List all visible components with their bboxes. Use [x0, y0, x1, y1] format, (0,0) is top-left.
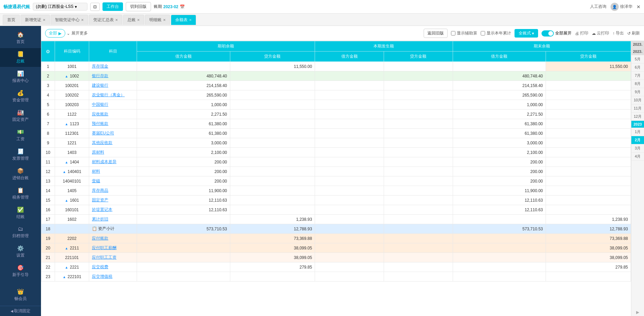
row-subject[interactable]: 银行存款 [89, 71, 137, 81]
expand-icon[interactable]: ▲ [65, 246, 69, 250]
refresh-btn[interactable]: ↺ 刷新 [627, 30, 640, 36]
workbench-button[interactable]: 工作台 [102, 2, 123, 11]
tab-ledger[interactable]: 总账 ✕ [123, 15, 144, 25]
show-auxiliary-check[interactable]: 显示辅助算 [451, 30, 477, 36]
row-subject[interactable]: 库存商品 [89, 186, 137, 196]
expand-more-btn[interactable]: ⌄ 展开更多 [67, 30, 88, 36]
show-ytd-check[interactable]: 显示本年累计 [481, 30, 511, 36]
sidebar-item-fund[interactable]: 💰 资金管理 [0, 87, 41, 106]
row-subject[interactable]: 中国银行 [89, 100, 137, 110]
right-panel-month-6[interactable]: 6月 [631, 63, 644, 72]
sidebar-item-tax[interactable]: 📋 税务管理 [0, 184, 41, 203]
row-subject[interactable]: 壹磁 [89, 176, 137, 186]
gear-icon[interactable]: ⚙ [46, 49, 50, 54]
row-subject[interactable]: 材料 [89, 167, 137, 176]
right-panel-month-1[interactable]: 1月 [631, 128, 644, 136]
sidebar-item-guide[interactable]: 🎯 新手引导 [0, 262, 41, 281]
expand-icon[interactable]: ▲ [65, 122, 69, 126]
right-panel-month-11[interactable]: 11月 [631, 104, 644, 113]
row-subject[interactable]: 固定资产 [89, 196, 137, 205]
sidebar-item-invoice[interactable]: 🧾 发票管理 [0, 145, 41, 164]
sidebar-item-report[interactable]: 📊 报表中心 [0, 68, 41, 86]
row-ob-credit [230, 100, 315, 110]
return-old-btn[interactable]: 返回旧版 [424, 29, 448, 38]
sidebar-item-purchase[interactable]: 📦 进销台账 [0, 165, 41, 184]
auxiliary-checkbox[interactable] [451, 31, 455, 35]
row-subject[interactable]: 原材料 [89, 148, 137, 157]
consult-btn[interactable]: 人工咨询 [590, 4, 606, 10]
row-subject[interactable]: 库存现金 [89, 62, 137, 71]
right-panel-year-2023-prev[interactable]: 2023. [631, 41, 644, 48]
toggle-switch[interactable] [542, 30, 554, 37]
row-subject[interactable]: 应交税费 [89, 262, 137, 272]
tab-smart-voucher-close[interactable]: ✕ [81, 18, 84, 22]
tab-new-voucher-close[interactable]: ✕ [43, 18, 45, 22]
expand-icon[interactable]: ▲ [63, 275, 67, 279]
right-panel-toggle[interactable]: ▶ [631, 308, 644, 316]
company-selector[interactable]: (勿删) 江西股金-LSS ▾ [33, 3, 87, 11]
right-panel-month-3[interactable]: 3月 [631, 144, 644, 153]
row-subject[interactable]: 赛届EU公司 [89, 129, 137, 138]
sidebar-item-home[interactable]: 🏠 首页 [0, 29, 41, 47]
close-window-icon[interactable]: ✕ [636, 4, 641, 10]
tab-new-voucher[interactable]: 新增凭证 ✕ [20, 15, 50, 25]
cloud-print-btn[interactable]: ☁ 云打印 [592, 30, 609, 36]
tab-balance-sheet-close[interactable]: ✕ [189, 18, 192, 22]
user-avatar[interactable]: 👤 徐泽华 [611, 3, 632, 11]
row-subject[interactable]: 应收账款 [89, 110, 137, 119]
row-subject[interactable]: 其他应收款 [89, 138, 137, 148]
row-subject[interactable]: 材料成本差异 [89, 157, 137, 167]
tab-ledger-close[interactable]: ✕ [137, 18, 140, 22]
row-subject[interactable]: 应付账款 [89, 234, 137, 243]
ytd-checkbox[interactable] [481, 31, 485, 35]
calendar-icon[interactable]: 📅 [180, 4, 185, 9]
table-row: 171602累计折旧1,238.931,238.93 [41, 215, 631, 224]
tab-detail-ledger-close[interactable]: ✕ [163, 18, 166, 22]
sidebar-item-settle[interactable]: ✅ 结账 [0, 204, 41, 222]
row-subject[interactable]: 农业银行（离金） [89, 90, 137, 100]
row-subject[interactable]: 应交增值税 [89, 272, 137, 282]
tab-voucher-summary-close[interactable]: ✕ [115, 18, 118, 22]
tab-detail-ledger[interactable]: 明细账 ✕ [145, 15, 170, 25]
tab-smart-voucher[interactable]: 智能凭证中心 ✕ [51, 15, 88, 25]
row-subject[interactable]: 应付职工工资 [89, 253, 137, 262]
tab-home[interactable]: 首页 [3, 15, 20, 25]
expand-icon[interactable]: ▲ [65, 265, 69, 269]
right-panel-month-7[interactable]: 7月 [631, 72, 644, 80]
expand-all-toggle[interactable]: 全部展开 [542, 30, 572, 37]
right-panel-month-4[interactable]: 4月 [631, 153, 644, 161]
right-panel-month-5[interactable]: 5月 [631, 55, 644, 63]
sidebar-item-ledger[interactable]: 📒 总账 [0, 48, 41, 67]
style-btn[interactable]: 全账式 ▾ [515, 29, 538, 38]
right-panel-month-12[interactable]: 12月 [631, 113, 644, 121]
expand-icon[interactable]: ▲ [65, 160, 69, 164]
row-subject[interactable]: 累计折旧 [89, 215, 137, 224]
sidebar-item-settings[interactable]: ⚙️ 设置 [0, 242, 41, 261]
copy-btn[interactable]: ⊡ [90, 3, 100, 11]
print-btn[interactable]: 🖨 打印 [575, 30, 588, 36]
expand-icon[interactable]: ▲ [63, 170, 67, 174]
right-panel-year-2023[interactable]: 2023 [631, 121, 644, 128]
unpin-btn[interactable]: ◀ 取消固定 [0, 306, 41, 316]
row-subject[interactable]: 预付账款 [89, 119, 137, 129]
th-settings[interactable]: ⚙ [41, 41, 55, 62]
expand-icon[interactable]: ▲ [65, 74, 69, 78]
sidebar-item-asset[interactable]: 🏭 固定资产 [0, 106, 41, 125]
right-panel-month-2[interactable]: 2月 [631, 136, 644, 144]
sidebar-item-member[interactable]: 👑 畅会员 [0, 286, 41, 305]
all-filter-btn[interactable]: 全部 ▶ [45, 29, 65, 38]
sidebar-item-archive[interactable]: 🗂 归档管理 [0, 223, 41, 242]
right-panel-month-9[interactable]: 9月 [631, 88, 644, 96]
right-panel-year-2023-prev2[interactable]: 2023. [631, 48, 644, 55]
sidebar-item-salary[interactable]: 💵 工资 [0, 126, 41, 145]
row-subject[interactable]: 於堤置记本 [89, 205, 137, 215]
right-panel-month-8[interactable]: 8月 [631, 80, 644, 88]
export-btn[interactable]: ↑ 导出 [613, 30, 624, 36]
row-subject[interactable]: 建设银行 [89, 81, 137, 90]
tab-balance-sheet[interactable]: 余额表 ✕ [171, 15, 196, 25]
row-subject[interactable]: 应付职工薪酬 [89, 243, 137, 253]
switch-old-button[interactable]: 切到旧版 [126, 2, 151, 11]
right-panel-month-10[interactable]: 10月 [631, 96, 644, 104]
expand-icon[interactable]: ▲ [65, 199, 69, 202]
tab-voucher-summary[interactable]: 凭证汇总表 ✕ [89, 15, 122, 25]
